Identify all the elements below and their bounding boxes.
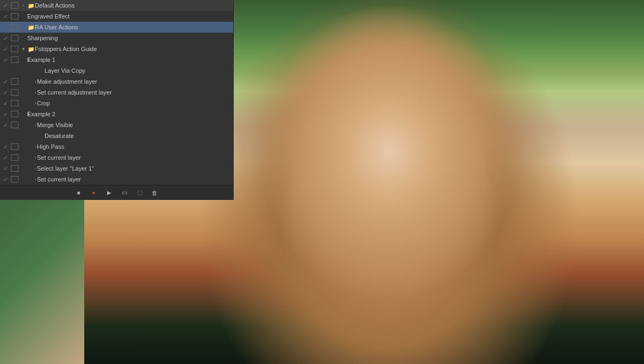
folder-icon-fstoppers-guide: 📁 xyxy=(27,46,35,52)
record-button[interactable] xyxy=(89,188,99,198)
check-col-example-2[interactable]: ✓ xyxy=(1,111,10,117)
folder-icon-default-actions: 📁 xyxy=(27,3,35,9)
expand-col-crop[interactable]: › xyxy=(20,101,35,106)
box-col-default-actions[interactable] xyxy=(11,2,18,9)
box-col-merge-visible[interactable] xyxy=(11,122,18,128)
box-col-high-pass[interactable] xyxy=(11,143,18,150)
row-label-example-2: Example 2 xyxy=(27,111,232,117)
row-label-set-current-layer-2: Set current layer xyxy=(35,176,232,183)
play-button[interactable] xyxy=(104,188,114,198)
check-col-sharpening[interactable]: ✓ xyxy=(1,35,10,41)
box-col-select-layer-1[interactable] xyxy=(11,165,18,172)
check-col-default-actions[interactable]: ✓ xyxy=(1,3,10,9)
action-row-high-pass[interactable]: ✓›High Pass xyxy=(0,141,233,152)
check-col-engraved-effect[interactable]: ✓ xyxy=(1,14,10,20)
check-col-high-pass[interactable]: ✓ xyxy=(1,144,10,150)
check-col-fstoppers-guide[interactable]: ✓ xyxy=(1,46,10,52)
box-col-set-current-layer-2[interactable] xyxy=(11,176,18,183)
action-row-ra-user-actions[interactable]: 📁RA User Actions xyxy=(0,22,233,33)
check-col-set-current-layer-2[interactable]: ✓ xyxy=(1,177,10,183)
action-row-layer-via-copy[interactable]: Layer Via Copy xyxy=(0,65,233,76)
box-col-engraved-effect[interactable] xyxy=(11,13,18,20)
action-row-example-1[interactable]: ✓▾Example 1 xyxy=(0,54,233,65)
box-col-example-1[interactable] xyxy=(11,57,18,63)
actions-toolbar xyxy=(0,185,233,200)
box-col-set-current-layer[interactable] xyxy=(11,154,18,161)
row-label-select-layer-1: Select layer "Layer 1" xyxy=(35,165,232,172)
expand-col-high-pass[interactable]: › xyxy=(20,144,35,149)
row-label-default-actions: Default Actions xyxy=(35,2,232,9)
stop-button[interactable] xyxy=(74,188,84,198)
check-col-crop[interactable]: ✓ xyxy=(1,101,10,106)
action-row-crop[interactable]: ✓›Crop xyxy=(0,98,233,109)
row-label-high-pass: High Pass xyxy=(35,143,232,150)
box-col-layer-via-copy[interactable] xyxy=(11,67,18,74)
row-label-sharpening: Sharpening xyxy=(27,35,232,41)
actions-list: ✓›📁Default Actions✓Engraved Effect📁RA Us… xyxy=(0,0,233,185)
delete-button[interactable] xyxy=(150,188,160,198)
check-col-set-current-adj[interactable]: ✓ xyxy=(1,90,10,96)
check-col-example-1[interactable]: ✓ xyxy=(1,57,10,63)
row-label-crop: Crop xyxy=(35,100,232,106)
check-col-set-current-layer[interactable]: ✓ xyxy=(1,155,10,161)
expand-col-example-1[interactable]: ▾ xyxy=(20,57,27,62)
expand-col-set-current-layer[interactable]: › xyxy=(20,155,35,160)
expand-col-fstoppers-guide[interactable]: ▾ xyxy=(20,46,27,52)
row-label-merge-visible: Merge Visible xyxy=(35,122,232,128)
row-label-desaturate: Desaturate xyxy=(42,133,232,139)
box-col-example-2[interactable] xyxy=(11,111,18,117)
row-label-ra-user-actions: RA User Actions xyxy=(35,24,232,30)
box-col-crop[interactable] xyxy=(11,100,18,106)
expand-col-merge-visible[interactable]: › xyxy=(20,122,35,128)
row-label-make-adjustment: Make adjustment layer xyxy=(35,78,232,85)
expand-col-set-current-layer-2[interactable]: › xyxy=(20,177,35,182)
action-row-set-current-layer-2[interactable]: ✓›Set current layer xyxy=(0,174,233,185)
expand-col-select-layer-1[interactable]: › xyxy=(20,166,35,171)
check-col-make-adjustment[interactable]: ✓ xyxy=(1,79,10,85)
row-label-set-current-adj: Set current adjustment layer xyxy=(35,89,232,96)
box-col-make-adjustment[interactable] xyxy=(11,78,18,85)
check-col-select-layer-1[interactable]: ✓ xyxy=(1,166,10,172)
row-label-example-1: Example 1 xyxy=(27,57,232,63)
box-col-set-current-adj[interactable] xyxy=(11,89,18,96)
folder-icon-ra-user-actions: 📁 xyxy=(27,24,35,30)
new-set-button[interactable] xyxy=(120,188,129,198)
expand-col-default-actions[interactable]: › xyxy=(20,3,27,8)
action-row-fstoppers-guide[interactable]: ✓▾📁Fstoppers Action Guide xyxy=(0,43,233,54)
row-label-set-current-layer: Set current layer xyxy=(35,154,232,161)
action-row-sharpening[interactable]: ✓Sharpening xyxy=(0,33,233,43)
action-row-select-layer-1[interactable]: ✓›Select layer "Layer 1" xyxy=(0,163,233,174)
row-label-layer-via-copy: Layer Via Copy xyxy=(42,67,232,74)
action-row-desaturate[interactable]: Desaturate xyxy=(0,130,233,141)
check-col-merge-visible[interactable]: ✓ xyxy=(1,122,10,128)
expand-col-example-2[interactable]: ▾ xyxy=(20,111,27,117)
row-label-fstoppers-guide: Fstoppers Action Guide xyxy=(35,46,232,52)
action-row-make-adjustment[interactable]: ✓›Make adjustment layer xyxy=(0,76,233,87)
box-col-sharpening[interactable] xyxy=(11,35,18,41)
actions-panel: ✓›📁Default Actions✓Engraved Effect📁RA Us… xyxy=(0,0,234,200)
box-col-fstoppers-guide[interactable] xyxy=(11,46,18,52)
box-col-ra-user-actions[interactable] xyxy=(11,24,18,30)
action-row-merge-visible[interactable]: ✓›Merge Visible xyxy=(0,120,233,130)
expand-col-set-current-adj[interactable]: › xyxy=(20,90,35,95)
action-row-default-actions[interactable]: ✓›📁Default Actions xyxy=(0,0,233,11)
new-action-button[interactable] xyxy=(135,188,145,198)
expand-col-make-adjustment[interactable]: › xyxy=(20,79,35,84)
row-label-engraved-effect: Engraved Effect xyxy=(27,13,232,20)
action-row-set-current-layer[interactable]: ✓›Set current layer xyxy=(0,152,233,163)
action-row-set-current-adj[interactable]: ✓›Set current adjustment layer xyxy=(0,87,233,98)
action-row-engraved-effect[interactable]: ✓Engraved Effect xyxy=(0,11,233,22)
box-col-desaturate[interactable] xyxy=(11,133,18,139)
action-row-example-2[interactable]: ✓▾Example 2 xyxy=(0,109,233,120)
